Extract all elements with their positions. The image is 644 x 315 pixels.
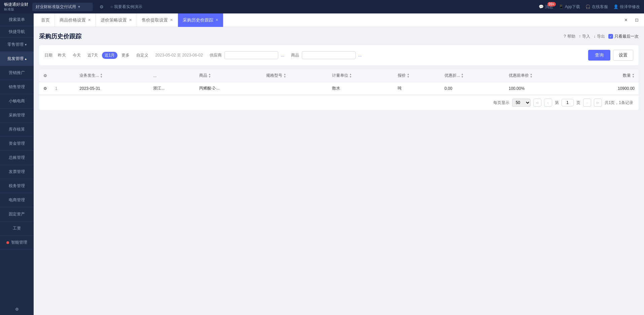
demo-link[interactable]: ○ 我要看实例演示 [110, 4, 142, 10]
sidebar-item-sales[interactable]: 销售管理 [0, 80, 34, 94]
date-filter-label: 日期 [44, 53, 52, 58]
demo-icon: ○ [110, 4, 113, 9]
col-quantity[interactable]: 数量 ▲▼ [580, 69, 639, 82]
message-icon: 💬 [539, 4, 544, 9]
tab-home[interactable]: 首页 [36, 13, 55, 27]
supplier-filter-label: 供应商 [210, 53, 222, 58]
sidebar-item-salary[interactable]: 工资 [0, 221, 34, 236]
row-gear[interactable]: ⚙ [39, 82, 51, 95]
col-date[interactable]: 业务发生... ▲▼ [75, 69, 149, 82]
page-content: 采购历史价跟踪 ? 帮助 ↑ 导入 ↓ 导出 ✓ [34, 27, 644, 315]
col-spec[interactable]: 规格型号 ▲▼ [262, 69, 328, 82]
checkbox-checked-icon: ✓ [608, 34, 613, 39]
tab-sale-price[interactable]: 售价提取设置 ✕ [137, 13, 178, 27]
sidebar-item-marketing[interactable]: 营销推广 [0, 66, 34, 80]
total-info: 共1页，1条记录 [605, 100, 633, 106]
tab-close-icon[interactable]: ✕ [170, 18, 173, 22]
product-input[interactable] [302, 51, 356, 59]
import-button[interactable]: ↑ 导入 [579, 34, 590, 39]
page-label: 第 [555, 100, 559, 106]
main-layout: 搜索菜单 快捷导航 零售管理 ▾ 批发管理 ▴ 营销推广 销售管理 小畅电商 采… [0, 13, 644, 315]
tab-strategy[interactable]: 进价策略设置 ✕ [96, 13, 137, 27]
filter-bar: 日期 昨天 今天 近7天 近1月 更多 自定义 2023-05-02 至 202… [39, 45, 639, 65]
sort-icon: ▲▼ [632, 73, 635, 78]
col-product[interactable]: 商品 ▲▼ [195, 69, 262, 82]
sidebar-item-tax[interactable]: 税务管理 [0, 179, 34, 193]
product-more-btn[interactable]: ... [358, 53, 362, 58]
sidebar-search[interactable]: 搜索菜单 [0, 13, 34, 26]
date-btn-yesterday[interactable]: 昨天 [55, 52, 69, 59]
export-button[interactable]: ↓ 导出 [594, 34, 605, 39]
tab-close-window-btn[interactable]: ✕ [621, 15, 631, 25]
tab-label: 采购历史价跟踪 [183, 17, 213, 23]
col-quote[interactable]: 报价 ▲▼ [394, 69, 440, 82]
row-spec [262, 82, 328, 95]
sidebar-item-wholesale[interactable]: 批发管理 ▴ [0, 52, 34, 66]
app-download-button[interactable]: 📱 App下载 [559, 4, 580, 10]
help-icon: ? [564, 34, 566, 39]
tab-price[interactable]: 商品价格设置 ✕ [55, 13, 96, 27]
query-button[interactable]: 查询 [588, 50, 610, 61]
product-filter-group: 商品 ... [291, 51, 362, 59]
pagination-bar: 每页显示 50 100 200 ⊲ ‹ 第 页 › ⊳ 共1页，1条记录 [39, 95, 639, 110]
online-service-button[interactable]: 🎧 在线客服 [585, 4, 608, 10]
sidebar-quick-nav[interactable]: 快捷导航 [0, 26, 34, 38]
date-btn-more[interactable]: 更多 [119, 52, 132, 59]
sidebar-item-ecommerce-small[interactable]: 小畅电商 [0, 94, 34, 108]
sidebar-item-inventory[interactable]: 库存核算 [0, 123, 34, 137]
sidebar-item-purchase[interactable]: 采购管理 [0, 108, 34, 123]
product-selector[interactable]: 好业财标准版交付试用 ▾ [32, 3, 93, 11]
row-date: 2023-05-31 [75, 82, 149, 95]
sidebar-item-label: 固定资产 [9, 211, 25, 217]
help-button[interactable]: ? 帮助 [564, 34, 575, 39]
supplier-input[interactable] [224, 51, 278, 59]
sidebar-item-smart[interactable]: 智能管理 [0, 236, 34, 250]
col-discount[interactable]: 优惠折... ▲▼ [440, 69, 505, 82]
supplier-more-btn[interactable]: ... [281, 53, 284, 58]
per-page-label: 每页显示 [493, 100, 509, 106]
page-next-btn[interactable]: › [583, 99, 591, 107]
tab-history-price[interactable]: 采购历史价跟踪 ✕ [178, 13, 223, 27]
date-btn-custom[interactable]: 自定义 [134, 52, 151, 59]
date-btn-today[interactable]: 今天 [70, 52, 83, 59]
filter-settings-button[interactable]: 设置 [613, 50, 633, 61]
data-table: ⚙ 业务发生... ▲▼ ... [39, 69, 639, 95]
topbar-settings-icon[interactable]: ⚙ [97, 2, 106, 11]
page-header: 采购历史价跟踪 ? 帮助 ↑ 导入 ↓ 导出 ✓ [39, 32, 639, 40]
tab-close-icon[interactable]: ✕ [129, 18, 132, 22]
sidebar-item-retail[interactable]: 零售管理 ▾ [0, 38, 34, 52]
date-filter-group: 日期 昨天 今天 近7天 近1月 更多 自定义 2023-05-02 至 202… [44, 52, 203, 59]
col-more[interactable]: ... [149, 69, 195, 82]
sidebar-item-invoice[interactable]: 发票管理 [0, 165, 34, 179]
app-logo: 畅捷通好业财 标准版 [4, 2, 28, 12]
col-gear[interactable]: ⚙ [39, 69, 51, 82]
tab-close-icon[interactable]: ✕ [215, 18, 218, 22]
tab-maximize-btn[interactable]: ⊡ [632, 15, 641, 25]
page-prev-btn[interactable]: ‹ [544, 99, 552, 107]
page-last-btn[interactable]: ⊳ [594, 99, 602, 107]
date-btn-1month[interactable]: 近1月 [102, 52, 118, 59]
sidebar-item-label: 采购管理 [9, 112, 25, 118]
user-menu-button[interactable]: 👤 徐泽华修改 [613, 4, 640, 10]
row-unit: 散水 [328, 82, 394, 95]
sidebar-item-ledger[interactable]: 总账管理 [0, 151, 34, 165]
top-bar-right: 💬 消息 99+ 📱 App下载 🎧 在线客服 👤 徐泽华修改 [539, 4, 640, 10]
table-container: ⚙ 业务发生... ▲▼ ... [39, 69, 639, 110]
page-first-btn[interactable]: ⊲ [533, 99, 541, 107]
tab-bar: 首页 商品价格设置 ✕ 进价策略设置 ✕ 售价提取设置 ✕ 采购历史价跟踪 ✕ … [34, 13, 644, 27]
col-unit[interactable]: 计量单位 ▲▼ [328, 69, 394, 82]
only-last-checkbox[interactable]: ✓ 只看最后一次 [608, 34, 639, 39]
tab-label: 进价策略设置 [101, 17, 127, 23]
sidebar-item-finance[interactable]: 资金管理 [0, 137, 34, 151]
top-bar: 畅捷通好业财 标准版 好业财标准版交付试用 ▾ ⚙ ○ 我要看实例演示 💬 消息… [0, 0, 644, 13]
messages-button[interactable]: 💬 消息 99+ [539, 4, 553, 10]
sidebar-item-ecommerce[interactable]: 电商管理 [0, 193, 34, 207]
tab-close-icon[interactable]: ✕ [88, 18, 91, 22]
tab-label: 首页 [41, 17, 50, 23]
page-input[interactable] [562, 99, 574, 106]
sidebar-settings-btn[interactable]: ⚙ [0, 304, 34, 315]
col-pre-discount-price[interactable]: 优惠前单价 ▲▼ [505, 69, 580, 82]
per-page-select[interactable]: 50 100 200 [512, 99, 531, 107]
sidebar-item-assets[interactable]: 固定资产 [0, 207, 34, 221]
date-btn-7days[interactable]: 近7天 [85, 52, 101, 59]
